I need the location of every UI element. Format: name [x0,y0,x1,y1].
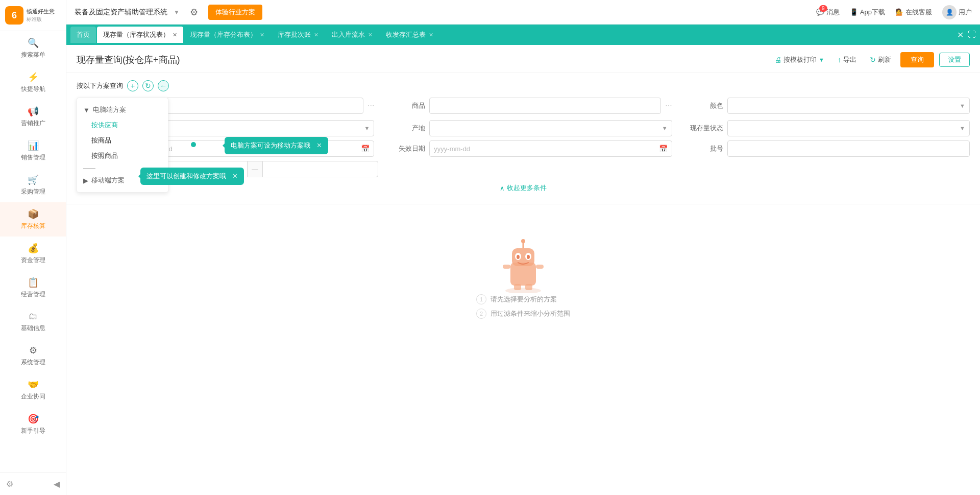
tab-recv-summary-close[interactable]: ✕ [429,32,433,38]
sidebar-item-marketing[interactable]: 📢 营销推广 [0,100,66,134]
refresh-label: 刷新 [878,55,891,64]
print-button[interactable]: 🖨 按模板打印 ▼ [770,53,828,66]
tab-inout-flow-close[interactable]: ✕ [368,32,373,38]
origin-select[interactable]: ▼ [429,120,672,136]
export-icon: ↑ [838,56,841,64]
tab-inventory-dist-close[interactable]: ✕ [260,32,264,38]
tab-home[interactable]: 首页 [70,27,96,43]
inventory-icon: 📦 [28,208,39,220]
color-select[interactable]: ▼ [727,98,970,114]
main-content: 装备及固定资产辅助管理系统 ▼ ⚙ 体验行业方案 💬 9 消息 📱 App下载 … [66,0,980,495]
tab-inout-flow[interactable]: 出入库流水 ✕ [326,27,379,43]
tab-inventory-status-close[interactable]: ✕ [173,32,177,38]
tooltip-create-scheme: 这里可以创建和修改方案哦 ✕ [140,168,244,185]
tab-inventory-dist[interactable]: 现存量（库存分布表） ✕ [184,27,271,43]
collapse-sidebar-icon[interactable]: ◀ [54,479,60,489]
print-arrow: ▼ [819,57,824,63]
refresh-scheme-button[interactable]: ↻ [142,80,154,91]
user-action[interactable]: 👤 用户 [942,5,972,19]
scheme-item-goods2[interactable]: 按照商品 [77,148,168,163]
inv-main-end[interactable] [262,161,378,177]
svg-point-0 [505,288,541,293]
refresh-button[interactable]: ↻ 刷新 [866,53,895,66]
tab-batch-ledger-close[interactable]: ✕ [314,32,318,38]
scheme-item-goods[interactable]: 按商品 [77,133,168,148]
goods-dots[interactable]: ··· [665,101,672,110]
settings-footer-icon[interactable]: ⚙ [6,479,13,489]
tab-close-all-icon[interactable]: ✕ [957,30,964,40]
sidebar-item-finance[interactable]: 💰 资金管理 [0,237,66,271]
color-label: 颜色 [682,101,723,110]
purchase-icon: 🛒 [28,174,39,185]
reset-button[interactable]: 设置 [939,53,970,67]
tab-recv-summary-label: 收发存汇总表 [386,30,426,39]
goods-input[interactable] [429,98,661,114]
tooltip-desktop-close[interactable]: ✕ [316,142,322,149]
tooltip-create-close[interactable]: ✕ [232,172,238,180]
sidebar-item-sales-label: 销售管理 [21,153,45,162]
filter-row-color: 颜色 ▼ [682,98,970,114]
sidebar-item-quicknav[interactable]: ⚡ 快捷导航 [0,65,66,100]
sidebar-item-operations[interactable]: 📋 经营管理 [0,271,66,305]
batch-label: 批号 [682,144,723,153]
inv-status-select-arrow: ▼ [960,125,965,131]
online-service-action[interactable]: 💁 在线客服 [895,8,932,17]
filter-row-batch: 批号 [682,140,970,157]
message-action[interactable]: 💬 9 消息 [816,8,840,17]
sidebar-item-collab[interactable]: 🤝 企业协同 [0,373,66,407]
finance-icon: 💰 [28,243,39,254]
operations-icon: 📋 [28,277,39,288]
page-inner: 现存量查询(按仓库+商品) 🖨 按模板打印 ▼ ↑ 导出 ↻ 刷新 [66,45,980,495]
sidebar-item-inventory-label: 库存核算 [21,222,45,230]
sales-icon: 📊 [28,140,39,151]
filter-grid-1: 仓库 ··· 商品 ··· 颜色 [87,98,970,136]
hint-num-2: 2 [476,309,486,319]
divider [66,204,980,204]
exp-date-start[interactable]: yyyy-mm-dd 📅 [429,140,672,157]
industry-button[interactable]: 体验行业方案 [208,5,262,20]
scheme-item-supplier[interactable]: 按供应商 [77,117,168,133]
tab-batch-ledger-label: 库存批次账 [278,30,311,39]
svg-rect-9 [503,265,510,269]
app-download-action[interactable]: 📱 App下载 [850,8,885,17]
page-title: 现存量查询(按仓库+商品) [77,54,180,66]
page-content: 现存量查询(按仓库+商品) 🖨 按模板打印 ▼ ↑ 导出 ↻ 刷新 [66,45,980,495]
color-select-arrow: ▼ [960,103,965,109]
sidebar-item-purchase-label: 采购管理 [21,187,45,196]
sidebar-item-guide[interactable]: 🎯 新手引导 [0,407,66,441]
tab-inventory-status[interactable]: 现存量（库存状况表） ✕ [97,27,183,43]
filter-header: 按以下方案查询 + ↻ ← [77,80,970,91]
tab-recv-summary[interactable]: 收发存汇总表 ✕ [380,27,439,43]
tab-fullscreen-icon[interactable]: ⛶ [968,30,976,40]
sidebar-item-basic[interactable]: 🗂 基础信息 [0,305,66,339]
inv-status-select[interactable]: ▼ [727,120,970,136]
dot-indicator [191,142,196,147]
add-scheme-button[interactable]: + [127,80,138,91]
sidebar-item-operations-label: 经营管理 [21,290,45,299]
settings-button[interactable]: ⚙ [186,4,202,20]
svg-point-5 [517,255,520,259]
tab-inout-flow-label: 出入库流水 [332,30,365,39]
empty-illustration [498,237,549,288]
exp-date-label: 失效日期 [384,144,425,153]
brand-sub: 标准版 [27,16,55,23]
brand-name: 畅通好生意 [27,8,55,15]
sidebar-item-sales[interactable]: 📊 销售管理 [0,134,66,168]
svg-rect-12 [525,284,532,290]
app-download-icon: 📱 [850,8,858,16]
back-scheme-button[interactable]: ← [158,80,169,91]
export-button[interactable]: ↑ 导出 [834,53,861,66]
empty-hint-1: 1 请先选择要分析的方案 [476,294,570,304]
desktop-scheme-category[interactable]: ▼ 电脑端方案 [77,102,168,117]
tab-batch-ledger[interactable]: 库存批次账 ✕ [272,27,325,43]
batch-input[interactable] [727,140,970,157]
warehouse-dots[interactable]: ··· [368,101,374,110]
svg-point-8 [521,239,525,243]
print-icon: 🖨 [774,56,781,64]
origin-select-arrow: ▼ [662,125,668,131]
sidebar-item-system[interactable]: ⚙ 系统管理 [0,339,66,373]
sidebar-item-inventory[interactable]: 📦 库存核算 [0,202,66,237]
sidebar-item-purchase[interactable]: 🛒 采购管理 [0,168,66,202]
query-button[interactable]: 查询 [900,52,934,67]
sidebar-item-search[interactable]: 🔍 搜索菜单 [0,31,66,65]
